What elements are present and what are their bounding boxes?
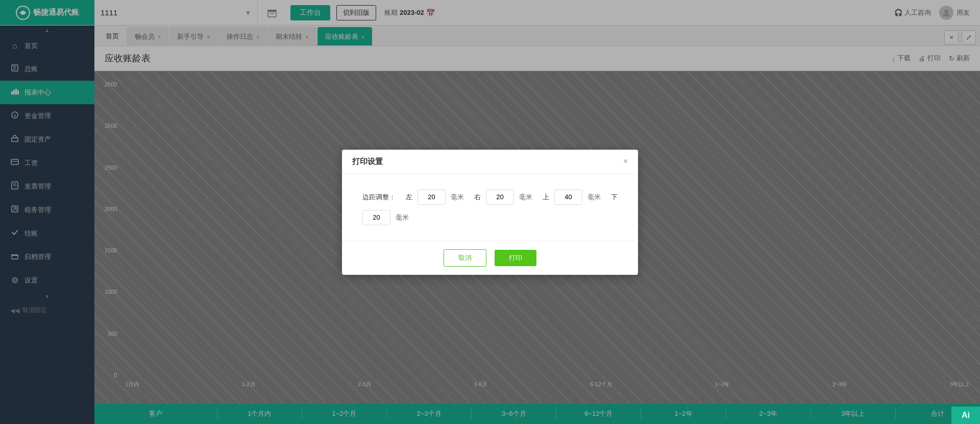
print-dialog: 打印设置 × 边距调整： 左 毫米 右 毫米 上 毫米 下 毫米 取消 打印 <box>342 150 638 275</box>
modal-close-btn[interactable]: × <box>623 157 628 166</box>
modal-body: 边距调整： 左 毫米 右 毫米 上 毫米 下 毫米 <box>342 174 638 241</box>
print-confirm-button[interactable]: 打印 <box>495 250 536 266</box>
ai-badge-label: Ai <box>962 411 970 419</box>
margin-row: 边距调整： 左 毫米 右 毫米 上 毫米 下 毫米 <box>362 190 618 225</box>
right-direction-label: 右 <box>474 193 481 202</box>
top-margin-input[interactable] <box>554 190 582 205</box>
top-unit: 毫米 <box>587 193 601 202</box>
cancel-button[interactable]: 取消 <box>444 249 486 267</box>
left-margin-input[interactable] <box>418 190 446 205</box>
top-direction-label: 上 <box>543 193 549 202</box>
bottom-direction-label: 下 <box>611 193 618 202</box>
margin-adjust-label: 边距调整： <box>362 193 396 202</box>
modal-footer: 取消 打印 <box>342 241 638 275</box>
left-direction-label: 左 <box>406 193 412 202</box>
modal-header: 打印设置 × <box>342 150 638 174</box>
ai-badge[interactable]: Ai <box>951 407 980 424</box>
right-unit: 毫米 <box>519 193 532 202</box>
modal-title: 打印设置 <box>352 157 383 167</box>
modal-overlay: 打印设置 × 边距调整： 左 毫米 右 毫米 上 毫米 下 毫米 取消 打印 <box>0 0 980 424</box>
bottom-margin-input[interactable] <box>362 210 390 225</box>
bottom-unit: 毫米 <box>396 213 409 222</box>
left-unit: 毫米 <box>451 193 464 202</box>
right-margin-input[interactable] <box>486 190 514 205</box>
